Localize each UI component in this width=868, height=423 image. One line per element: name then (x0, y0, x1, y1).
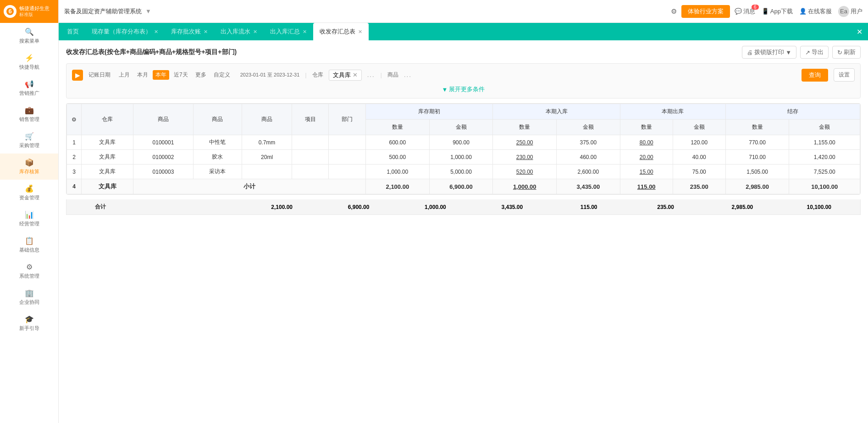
tab-inout-flow[interactable]: 出入库流水✕ (214, 23, 264, 40)
inventory-icon: 📦 (25, 158, 34, 167)
row-open-amt-1: 1,000.00 (429, 150, 493, 165)
col-open-amt-header: 金额 (429, 120, 493, 135)
sidebar-item-basic-info[interactable]: 📋 基础信息 (0, 232, 58, 258)
export-button[interactable]: ↗ 导出 (800, 46, 829, 59)
filter-settings-button[interactable]: 设置 (834, 68, 855, 82)
app-name: 畅捷通好生意 (19, 5, 50, 11)
warehouse-more-dots[interactable]: ... (367, 71, 375, 78)
date-more[interactable]: 更多 (193, 70, 209, 80)
subtotal-in-qty[interactable]: 1,000.00 (493, 179, 557, 194)
app-download-action[interactable]: 📱 App下载 (762, 7, 793, 16)
subtotal-out-qty[interactable]: 115.00 (620, 179, 673, 194)
row-out-qty-2[interactable]: 15.00 (620, 165, 673, 179)
row-in-qty-2[interactable]: 520.00 (493, 165, 557, 179)
basic-info-label: 基础信息 (19, 247, 39, 253)
user-label: 用户 (851, 7, 862, 16)
search-icon: 🔍 (25, 27, 34, 36)
col-out-group: 本期出库 (620, 104, 725, 120)
system-title-text: 装备及固定资产辅助管理系统 (64, 7, 142, 16)
service-icon: 👤 (799, 8, 807, 15)
sidebar-item-operations[interactable]: 📊 经营管理 (0, 206, 58, 232)
trial-button[interactable]: 体验行业方案 (681, 5, 730, 18)
table-row: 1 文具库 0100001 中性笔 0.7mm 600.00 900.00 25… (67, 135, 860, 150)
subtotal-bal-qty: 2,985.00 (725, 179, 789, 194)
col-bal-qty-header: 数量 (725, 120, 789, 135)
row-dept-2 (329, 165, 366, 179)
subtotal-out-amt: 235.00 (673, 179, 725, 194)
message-action[interactable]: 💬 消息 6 (735, 7, 755, 16)
row-name-1: 胶水 (193, 150, 242, 165)
page-header: 收发存汇总表(按仓库+商品编码+商品+规格型号+项目+部门) 🖨 拨锁版打印 ▼… (66, 46, 861, 59)
sidebar-item-purchase[interactable]: 🛒 采购管理 (0, 127, 58, 154)
footer-bal-amt: 10,100.00 (802, 204, 835, 210)
tab-recv-send-summary[interactable]: 收发存汇总表✕ (313, 23, 369, 40)
purchase-label: 采购管理 (19, 142, 39, 149)
tab-label-home: 首页 (67, 27, 79, 36)
row-out-amt-1: 40.00 (673, 150, 725, 165)
tab-home[interactable]: 首页 (61, 23, 85, 40)
col-settings-header[interactable]: ⚙ (67, 104, 82, 135)
query-button[interactable]: 查询 (802, 69, 828, 82)
topbar-dropdown-arrow[interactable]: ▼ (145, 8, 151, 15)
online-service-action[interactable]: 👤 在线客服 (799, 7, 832, 16)
expand-more-conditions[interactable]: ▼ 展开更多条件 (72, 85, 855, 93)
table-row: 3 文具库 0100003 采访本 1,000.00 5,000.00 520.… (67, 165, 860, 179)
warehouse-tag-remove[interactable]: ✕ (353, 71, 358, 78)
marketing-icon: 📢 (25, 80, 34, 88)
col-name-header: 商品 (193, 104, 242, 135)
row-in-qty-1[interactable]: 230.00 (493, 150, 557, 165)
col-bal-amt-header: 金额 (789, 120, 860, 135)
user-avatar: Ea (838, 6, 849, 17)
page-content: 收发存汇总表(按仓库+商品编码+商品+规格型号+项目+部门) 🖨 拨锁版打印 ▼… (59, 40, 868, 423)
filter-bar: ▶ 记账日期 上月 本月 本年 近7天 更多 自定义 2023-01-01 至 … (66, 63, 861, 99)
refresh-button[interactable]: ↻ 刷新 (832, 46, 861, 59)
sidebar-item-enterprise[interactable]: 🏢 企业协同 (0, 284, 58, 310)
close-all-tabs-icon[interactable]: ✕ (853, 27, 866, 36)
settings-icon[interactable]: ⚙ (671, 7, 677, 16)
tab-close-recv-send-summary[interactable]: ✕ (358, 29, 362, 35)
sidebar-item-inventory[interactable]: 📦 库存核算 (0, 154, 58, 180)
row-out-qty-0[interactable]: 80.00 (620, 135, 673, 150)
subtotal-open-amt: 6,900.00 (429, 179, 493, 194)
goods-more-dots[interactable]: ... (404, 71, 412, 78)
sidebar-item-search[interactable]: 🔍 搜索菜单 (0, 23, 58, 49)
sidebar-item-sales[interactable]: 💼 销售管理 (0, 101, 58, 127)
tab-close-batch[interactable]: ✕ (204, 29, 208, 35)
system-label: 系统管理 (19, 273, 39, 280)
row-in-qty-0[interactable]: 250.00 (493, 135, 557, 150)
tab-inout-summary[interactable]: 出入库汇总✕ (264, 23, 313, 40)
date-custom[interactable]: 自定义 (211, 70, 233, 80)
sidebar-item-system[interactable]: ⚙ 系统管理 (0, 258, 58, 284)
filter-separator-2: | (381, 71, 382, 78)
subtotal-open-qty: 2,100.00 (366, 179, 430, 194)
print-button[interactable]: 🖨 拨锁版打印 ▼ (742, 46, 796, 59)
tab-inventory-dist[interactable]: 现存量（库存分布表）✕ (85, 23, 165, 40)
row-bal-amt-1: 1,420.00 (789, 150, 860, 165)
col-in-amt-header: 金额 (557, 120, 620, 135)
date-prev-month[interactable]: 上月 (116, 70, 133, 80)
row-warehouse-0: 文具库 (82, 135, 133, 150)
operations-icon: 📊 (25, 210, 34, 219)
export-icon: ↗ (805, 49, 810, 56)
filter-toggle-button[interactable]: ▶ (72, 70, 83, 81)
table-header-group-row: ⚙ 仓库 商品 商品 商品 项目 部门 库存期初 本期入库 本期出库 结存 (67, 104, 860, 120)
row-open-qty-0: 600.00 (366, 135, 430, 150)
sidebar-item-quick-nav[interactable]: ⚡ 快捷导航 (0, 49, 58, 75)
tab-close-inout-flow[interactable]: ✕ (253, 29, 257, 35)
warehouse-tag: 文具库 ✕ (329, 70, 362, 81)
row-warehouse-1: 文具库 (82, 150, 133, 165)
date-this-year[interactable]: 本年 (153, 70, 169, 80)
row-out-qty-1[interactable]: 20.00 (620, 150, 673, 165)
data-table: ⚙ 仓库 商品 商品 商品 项目 部门 库存期初 本期入库 本期出库 结存 (66, 104, 860, 194)
tab-close-inout-summary[interactable]: ✕ (303, 29, 307, 35)
date-last-7[interactable]: 近7天 (171, 70, 191, 80)
user-action[interactable]: Ea 用户 (838, 6, 862, 17)
col-spec-header: 商品 (242, 104, 292, 135)
sidebar-item-finance[interactable]: 💰 资金管理 (0, 180, 58, 206)
tab-close-inventory-dist[interactable]: ✕ (154, 29, 158, 35)
quick-nav-icon: ⚡ (25, 54, 34, 62)
sidebar-item-marketing[interactable]: 📢 营销推广 (0, 75, 58, 101)
sidebar-item-guide[interactable]: 🎓 新手引导 (0, 310, 58, 336)
tab-batch[interactable]: 库存批次账✕ (165, 23, 214, 40)
date-this-month[interactable]: 本月 (134, 70, 151, 80)
